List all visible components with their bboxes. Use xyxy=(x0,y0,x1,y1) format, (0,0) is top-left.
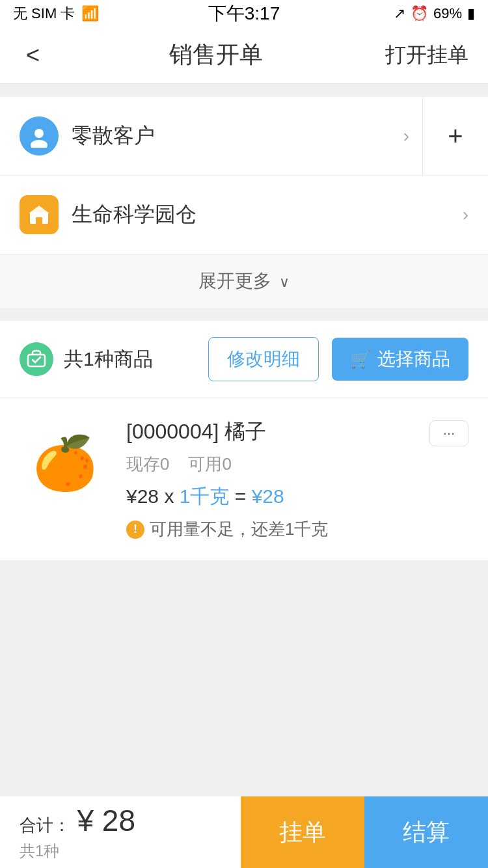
svg-point-1 xyxy=(31,140,47,148)
svg-marker-3 xyxy=(29,206,49,213)
total-label: 合计： xyxy=(20,815,70,835)
quantity: 1千克 xyxy=(180,485,230,507)
warning-icon: ! xyxy=(126,521,144,539)
warehouse-name: 生命科学园仓 xyxy=(72,200,463,229)
total-section: 合计： ¥ 28 共1种 xyxy=(0,803,241,861)
product-info: [0000004] 橘子 现存0 可用0 ¥28 x 1千克 = ¥28 ! 可… xyxy=(126,418,429,541)
open-pending-button[interactable]: 打开挂单 xyxy=(385,41,468,70)
pend-button[interactable]: 挂单 xyxy=(241,796,364,868)
svg-rect-4 xyxy=(36,217,42,224)
wifi-icon: 📶 xyxy=(81,5,99,22)
customer-avatar xyxy=(20,116,59,156)
warehouse-chevron-icon: › xyxy=(463,204,468,225)
products-header: 共1种商品 修改明细 🛒 选择商品 xyxy=(0,321,488,398)
warehouse-icon xyxy=(20,195,59,234)
add-customer-button[interactable]: + xyxy=(423,109,488,164)
chevron-right-icon: › xyxy=(403,126,409,146)
total-count: 共1种 xyxy=(20,841,221,861)
back-button[interactable]: < xyxy=(20,35,46,75)
product-image: 🍊 xyxy=(20,418,111,509)
empty-content-area xyxy=(0,561,488,821)
product-price: ¥28 x 1千克 = ¥28 xyxy=(126,483,429,510)
checkout-button[interactable]: 结算 xyxy=(364,796,488,868)
available-label: 可用0 xyxy=(188,454,231,474)
cart-add-icon: 🛒 xyxy=(350,349,371,370)
bottom-bar: 合计： ¥ 28 共1种 挂单 结算 xyxy=(0,796,488,868)
unit-price: ¥28 xyxy=(126,485,159,507)
location-icon: ↗ xyxy=(394,5,405,22)
carrier-text: 无 SIM 卡 xyxy=(13,4,75,23)
select-product-label: 选择商品 xyxy=(377,347,450,372)
warning-text: 可用量不足，还差1千克 xyxy=(150,518,328,541)
battery-text: 69% xyxy=(433,5,462,22)
total-price: ¥28 xyxy=(252,485,284,507)
expand-arrow-icon: ∨ xyxy=(279,274,290,290)
warehouse-section[interactable]: 生命科学园仓 › xyxy=(0,175,488,254)
section-divider-1 xyxy=(0,84,488,97)
product-warning: ! 可用量不足，还差1千克 xyxy=(126,518,429,541)
customer-name: 零散客户 xyxy=(72,122,390,150)
total-amount: ¥ 28 xyxy=(77,804,135,837)
customer-selector[interactable]: 零散客户 › xyxy=(0,97,423,175)
expand-more-label: 展开更多 xyxy=(198,271,271,291)
equals-sign: = xyxy=(235,485,252,507)
alarm-icon: ⏰ xyxy=(411,5,428,22)
battery-icon: ▮ xyxy=(467,5,475,22)
product-name: [0000004] 橘子 xyxy=(126,418,429,446)
stock-label: 现存0 xyxy=(126,454,169,474)
product-more-button[interactable]: ··· xyxy=(429,420,468,446)
status-time: 下午3:17 xyxy=(208,1,280,26)
status-left: 无 SIM 卡 📶 xyxy=(13,4,99,23)
product-stock: 现存0 可用0 xyxy=(126,453,429,476)
product-code: [0000004] xyxy=(126,420,219,443)
select-product-button[interactable]: 🛒 选择商品 xyxy=(332,338,468,381)
customer-section: 零散客户 › + xyxy=(0,97,488,175)
product-title: 橘子 xyxy=(224,420,266,443)
multiply-sign: x xyxy=(164,485,179,507)
products-count-text: 共1种商品 xyxy=(64,346,208,373)
svg-point-0 xyxy=(34,129,44,138)
modify-detail-button[interactable]: 修改明细 xyxy=(208,337,319,381)
section-divider-2 xyxy=(0,308,488,321)
nav-bar: < 销售开单 打开挂单 xyxy=(0,27,488,84)
expand-more-button[interactable]: 展开更多 ∨ xyxy=(0,254,488,308)
status-right: ↗ ⏰ 69% ▮ xyxy=(394,5,475,22)
page-title: 销售开单 xyxy=(169,39,263,71)
product-item: 🍊 [0000004] 橘子 现存0 可用0 ¥28 x 1千克 = ¥28 !… xyxy=(0,398,488,561)
status-bar: 无 SIM 卡 📶 下午3:17 ↗ ⏰ 69% ▮ xyxy=(0,0,488,27)
products-count-icon xyxy=(20,342,53,376)
